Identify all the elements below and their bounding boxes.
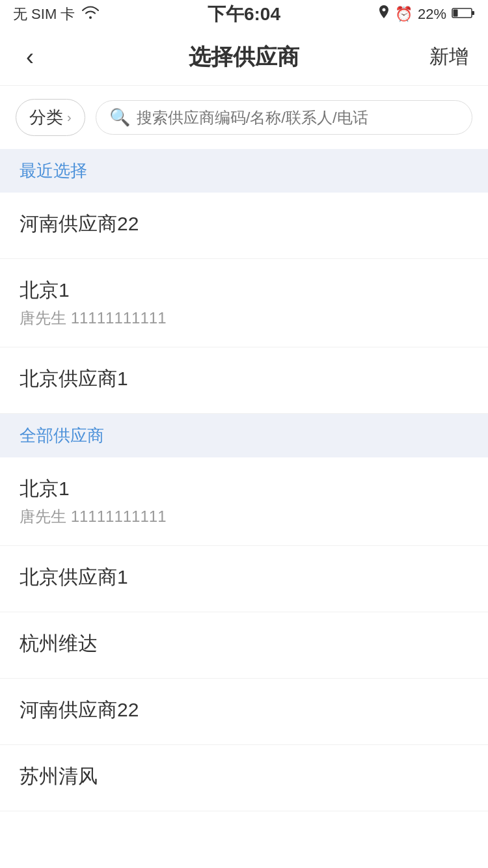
carrier-label: 无 SIM 卡	[13, 5, 75, 24]
chevron-right-icon: ›	[67, 110, 72, 125]
category-button[interactable]: 分类 ›	[16, 99, 85, 136]
list-item[interactable]: 苏州清风	[0, 745, 488, 811]
recent-list: 河南供应商22北京1唐先生 11111111111北京供应商1	[0, 193, 488, 414]
back-icon: ‹	[26, 44, 34, 70]
item-detail: 唐先生 11111111111	[20, 308, 468, 329]
wifi-icon	[81, 6, 100, 23]
list-item[interactable]: 北京1唐先生 11111111111	[0, 457, 488, 546]
item-detail: 唐先生 11111111111	[20, 506, 468, 527]
battery-icon	[452, 6, 475, 23]
alarm-icon: ⏰	[395, 6, 413, 23]
item-name: 北京供应商1	[20, 564, 468, 591]
add-button[interactable]: 新增	[429, 44, 468, 70]
status-left: 无 SIM 卡	[13, 5, 100, 24]
all-section-label: 全部供应商	[20, 426, 104, 445]
item-name: 苏州清风	[20, 763, 468, 790]
list-item[interactable]: 北京1唐先生 11111111111	[0, 259, 488, 347]
battery-label: 22%	[418, 6, 446, 23]
recent-section-label: 最近选择	[20, 161, 87, 180]
category-label: 分类	[29, 106, 63, 129]
list-item[interactable]: 北京供应商1	[0, 546, 488, 612]
status-bar: 无 SIM 卡 下午6:04 ⏰ 22%	[0, 0, 488, 29]
list-item[interactable]: 河南供应商22	[0, 679, 488, 745]
location-icon	[378, 5, 390, 23]
search-icon: 🔍	[109, 107, 130, 128]
all-list: 北京1唐先生 11111111111北京供应商1杭州维达河南供应商22苏州清风	[0, 457, 488, 811]
item-name: 河南供应商22	[20, 697, 468, 724]
page-title: 选择供应商	[189, 42, 299, 72]
svg-rect-2	[454, 10, 458, 17]
nav-bar: ‹ 选择供应商 新增	[0, 29, 488, 86]
list-item[interactable]: 北京供应商1	[0, 347, 488, 414]
list-item[interactable]: 杭州维达	[0, 612, 488, 679]
item-name: 河南供应商22	[20, 211, 468, 237]
filter-bar: 分类 › 🔍	[0, 86, 488, 149]
search-input[interactable]	[137, 109, 459, 127]
item-name: 北京1	[20, 277, 468, 304]
list-item[interactable]: 河南供应商22	[0, 193, 488, 259]
status-time: 下午6:04	[208, 2, 280, 27]
svg-rect-1	[472, 11, 474, 15]
all-section-header: 全部供应商	[0, 414, 488, 457]
item-name: 北京1	[20, 476, 468, 502]
recent-section-header: 最近选择	[0, 149, 488, 193]
status-right: ⏰ 22%	[378, 5, 475, 23]
back-button[interactable]: ‹	[20, 37, 40, 77]
item-name: 杭州维达	[20, 631, 468, 657]
search-box[interactable]: 🔍	[96, 100, 472, 135]
item-name: 北京供应商1	[20, 366, 468, 392]
